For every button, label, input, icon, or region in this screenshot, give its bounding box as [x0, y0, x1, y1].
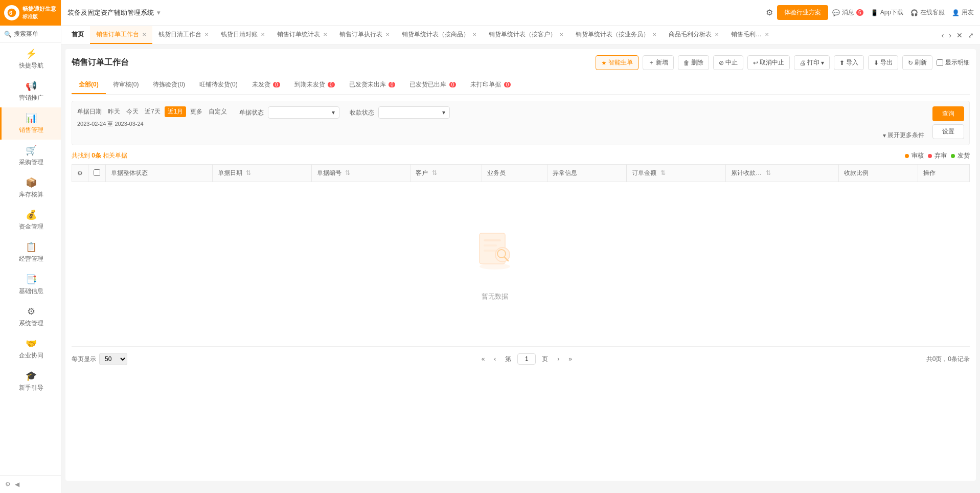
tab-sales-stats[interactable]: 销售订单统计表 ✕ — [271, 26, 333, 44]
export-button[interactable]: ⬇ 导出 — [868, 55, 898, 70]
smart-create-button[interactable]: ★ 智能生单 — [596, 55, 639, 70]
message-item[interactable]: 💬 消息 6 — [832, 8, 863, 17]
show-detail-checkbox[interactable] — [937, 59, 943, 66]
tab-sales-workbench[interactable]: 销售订单工作台 ✕ — [90, 26, 152, 44]
sub-tab-pending-check[interactable]: 待拣验货(0) — [146, 76, 192, 94]
tab-close-sales-more[interactable]: ✕ — [765, 32, 769, 37]
tabs-maximize-icon[interactable]: ⤢ — [966, 30, 976, 40]
import-button[interactable]: ⬆ 导入 — [834, 55, 864, 70]
sidebar-item-sales[interactable]: 📊 销售管理 — [0, 107, 61, 140]
tabs-next-icon[interactable]: › — [947, 30, 953, 40]
stop-button[interactable]: ⊘ 中止 — [713, 55, 743, 70]
tab-sales-by-staff[interactable]: 销货单统计表（按业务员） ✕ — [569, 26, 663, 44]
tab-close-sales-by-customer[interactable]: ✕ — [559, 32, 563, 37]
expand-conditions-button[interactable]: ▾ 展开更多条件 — [883, 131, 924, 140]
th-amount[interactable]: 订单金额 ⇅ — [627, 165, 726, 182]
status-select[interactable]: ▾ — [268, 106, 339, 119]
date-opt-1month[interactable]: 近1月 — [165, 106, 187, 117]
tab-sales-by-customer[interactable]: 销货单统计表（按客户） ✕ — [483, 26, 569, 44]
sub-tab-pending-audit[interactable]: 待审核(0) — [106, 76, 146, 94]
refresh-button[interactable]: ↻ 刷新 — [902, 55, 932, 70]
ship-action-button[interactable]: 发货 — [951, 151, 970, 160]
date-opt-today[interactable]: 今天 — [124, 106, 141, 117]
online-service-item[interactable]: 🎧 在线客服 — [910, 8, 945, 17]
industry-solution-button[interactable]: 体验行业方案 — [777, 5, 828, 20]
sidebar-item-operations[interactable]: 📋 经营管理 — [0, 236, 61, 268]
ship-dot — [951, 154, 955, 158]
th-staff[interactable]: 业务员 — [482, 165, 548, 182]
sidebar-item-finance[interactable]: 💰 资金管理 — [0, 204, 61, 236]
sidebar-item-marketing[interactable]: 📢 营销推广 — [0, 75, 61, 107]
date-opt-more[interactable]: 更多 — [188, 106, 204, 117]
operations-icon: 📋 — [26, 241, 37, 253]
page-size-select[interactable]: 50 20 100 — [99, 353, 127, 365]
sub-tab-all[interactable]: 全部(0) — [72, 76, 106, 94]
date-opt-custom[interactable]: 自定义 — [207, 106, 229, 117]
tabs-prev-icon[interactable]: ‹ — [940, 30, 946, 40]
next-page-icon[interactable]: › — [554, 354, 562, 364]
query-button[interactable]: 查询 — [932, 106, 964, 121]
tab-close-cash-reconcile[interactable]: ✕ — [261, 32, 265, 37]
app-download-item[interactable]: 📱 App下载 — [871, 8, 903, 17]
tabs-arrows: ‹ › ✕ ⤢ — [940, 30, 976, 40]
last-page-icon[interactable]: » — [565, 354, 575, 364]
tab-cash-daily[interactable]: 钱货日清工作台 ✕ — [152, 26, 215, 44]
user-item[interactable]: 👤 用友 — [952, 8, 974, 17]
tab-close-sales-by-staff[interactable]: ✕ — [652, 32, 656, 37]
topbar-gear-icon[interactable]: ⚙ — [766, 8, 773, 17]
th-settings[interactable]: ⚙ — [72, 165, 88, 182]
tab-close-sales-workbench[interactable]: ✕ — [142, 32, 146, 37]
sub-tab-expired[interactable]: 到期未发货 0 — [287, 76, 342, 94]
show-detail-checkbox-label[interactable]: 显示明细 — [937, 58, 970, 67]
print-button[interactable]: 🖨 打印 ▾ — [794, 55, 830, 70]
select-all-checkbox[interactable] — [94, 169, 100, 176]
sidebar-item-inventory[interactable]: 📦 库存核算 — [0, 172, 61, 204]
sidebar-item-basic[interactable]: 📑 基础信息 — [0, 268, 61, 301]
tab-home[interactable]: 首页 — [65, 26, 90, 44]
date-opt-yesterday[interactable]: 昨天 — [106, 106, 122, 117]
tab-sales-by-product[interactable]: 销货单统计表（按商品） ✕ — [396, 26, 483, 44]
tab-close-sales-stats[interactable]: ✕ — [323, 32, 327, 37]
filter-payment-col: 收款状态 ▾ — [350, 106, 450, 119]
tabs-close-all-icon[interactable]: ✕ — [954, 30, 965, 40]
page-number-input[interactable] — [517, 353, 536, 365]
cancel-stop-button[interactable]: ↩ 取消中止 — [747, 55, 790, 70]
filter-setting-button[interactable]: 设置 — [932, 124, 964, 139]
audit-action-button[interactable]: 审核 — [905, 151, 924, 160]
tab-close-sales-exec[interactable]: ✕ — [385, 32, 390, 37]
th-number[interactable]: 单据编号 ⇅ — [311, 165, 411, 182]
first-page-icon[interactable]: « — [478, 354, 488, 364]
th-collected[interactable]: 累计收款… ⇅ — [726, 165, 839, 182]
sidebar-item-enterprise[interactable]: 🤝 企业协同 — [0, 333, 61, 365]
sidebar: 6 畅捷通好生意 标准版 🔍 搜索菜单 ⚡ 快捷导航 📢 营销推广 📊 销售管理… — [0, 0, 61, 493]
payment-select[interactable]: ▾ — [378, 106, 450, 119]
table-empty-row: 暂无数据 — [72, 182, 970, 343]
date-opt-7days[interactable]: 近7天 — [143, 106, 163, 117]
sidebar-item-newbie[interactable]: 🎓 新手引导 — [0, 365, 61, 397]
export-icon: ⬇ — [874, 59, 879, 66]
sidebar-item-system[interactable]: ⚙ 系统管理 — [0, 301, 61, 333]
tab-sales-more[interactable]: 销售毛利… ✕ — [725, 26, 775, 44]
sub-tab-not-shipped[interactable]: 未发货 0 — [245, 76, 287, 94]
prev-page-icon[interactable]: ‹ — [491, 354, 499, 364]
tab-cash-reconcile[interactable]: 钱货日清对账 ✕ — [215, 26, 271, 44]
add-button[interactable]: ＋ 新增 — [643, 55, 674, 70]
sidebar-bottom[interactable]: ⚙ ◀ — [0, 475, 61, 493]
cancel-audit-action-button[interactable]: 弃审 — [928, 151, 947, 160]
th-checkbox[interactable] — [88, 165, 106, 182]
sub-tab-wangpu[interactable]: 旺铺待发货(0) — [192, 76, 245, 94]
sub-tab-shipped-not-in[interactable]: 已发货未出库 0 — [342, 76, 403, 94]
tab-close-cash-daily[interactable]: ✕ — [204, 32, 209, 37]
th-date[interactable]: 单据日期 ⇅ — [212, 165, 311, 182]
sub-tab-shipped-out[interactable]: 已发货已出库 0 — [402, 76, 463, 94]
sidebar-item-quicknav[interactable]: ⚡ 快捷导航 — [0, 43, 61, 75]
th-customer[interactable]: 客户 ⇅ — [411, 165, 482, 182]
tab-close-product-margin[interactable]: ✕ — [715, 32, 719, 37]
delete-button[interactable]: 🗑 删除 — [678, 55, 709, 70]
tab-sales-exec[interactable]: 销售订单执行表 ✕ — [333, 26, 396, 44]
tab-close-sales-by-product[interactable]: ✕ — [472, 32, 476, 37]
sidebar-search[interactable]: 🔍 搜索菜单 — [0, 26, 61, 43]
tab-product-margin[interactable]: 商品毛利分析表 ✕ — [663, 26, 725, 44]
sidebar-item-purchase[interactable]: 🛒 采购管理 — [0, 140, 61, 172]
sub-tab-not-printed[interactable]: 未打印单据 0 — [463, 76, 518, 94]
